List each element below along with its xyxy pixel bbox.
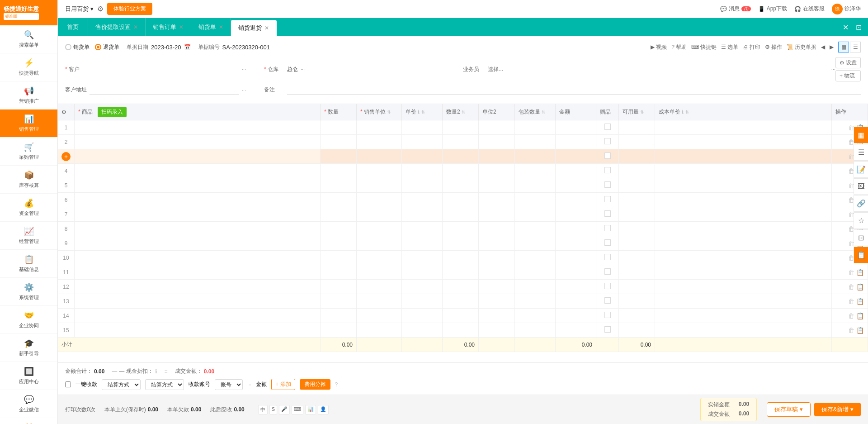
calc-method-select[interactable]: 结算方式 — [145, 379, 184, 390]
delete-icon[interactable]: 🗑 — [848, 298, 854, 305]
sidebar-item-finance[interactable]: 💰 资金管理 — [0, 194, 57, 222]
topbar-gear-icon[interactable]: ⚙ — [97, 5, 104, 13]
sidebar-item-coop[interactable]: 🤝 企业协同 — [0, 306, 57, 334]
row-3-product-input[interactable] — [78, 153, 316, 160]
radio-return[interactable]: 退货单 — [95, 43, 119, 51]
row-1-product[interactable] — [75, 120, 321, 135]
row-1-unit[interactable] — [357, 120, 402, 135]
row-1-price[interactable] — [402, 120, 443, 135]
warehouse-ellipsis[interactable]: ··· — [301, 67, 305, 72]
message-btn[interactable]: 💬 消息 70 — [720, 5, 751, 13]
taskbar-icon-6[interactable]: 👤 — [318, 405, 329, 414]
customer-input[interactable] — [88, 65, 239, 74]
tab-home[interactable]: 首页 — [58, 18, 88, 36]
salesperson-ellipsis[interactable]: ··· — [831, 67, 835, 72]
video-btn[interactable]: ▶ 视频 — [651, 43, 667, 51]
row-2-gift[interactable] — [596, 135, 619, 149]
row-2-qty2[interactable] — [443, 135, 479, 149]
radio-delivery[interactable]: 销货单 — [65, 43, 90, 51]
address-ellipsis[interactable]: ··· — [242, 87, 246, 93]
help-btn[interactable]: ? 帮助 — [671, 43, 687, 51]
qty2-sort-icon[interactable]: ⇅ — [462, 110, 465, 114]
pkgqty-sort-icon[interactable]: ⇅ — [542, 110, 545, 114]
fee-split-btn[interactable]: 费用分摊 — [300, 379, 330, 390]
row-3-available[interactable] — [619, 149, 655, 164]
save-new-btn[interactable]: 保存&新增 ▾ — [814, 403, 861, 416]
right-icon-more2[interactable]: 📋 — [854, 247, 868, 263]
unit-sort-icon[interactable]: ⇅ — [387, 110, 391, 114]
date-value[interactable]: 2023-03-20 — [151, 44, 181, 51]
table-view-btn[interactable]: ▦ — [838, 42, 849, 52]
next-btn[interactable]: ▶ — [830, 44, 834, 50]
taskbar-icon-5[interactable]: 📊 — [305, 405, 316, 414]
row-2-unit[interactable] — [357, 135, 402, 149]
remark-input[interactable] — [287, 85, 861, 95]
row-2-product[interactable] — [75, 135, 321, 149]
save-dropdown-icon[interactable]: ▾ — [850, 406, 854, 413]
row-1-available[interactable] — [619, 120, 655, 135]
row-2-available[interactable] — [619, 135, 655, 149]
sidebar-item-wechat[interactable]: 💬 企业微信 — [0, 390, 57, 418]
right-icon-table[interactable]: ▦ — [854, 127, 868, 143]
row-1-unit2[interactable] — [479, 120, 515, 135]
sidebar-item-system[interactable]: ⚙️ 系统管理 — [0, 278, 57, 306]
one-click-pay-checkbox[interactable] — [65, 381, 71, 387]
row-2-unit2[interactable] — [479, 135, 515, 149]
row-1-gift[interactable] — [596, 120, 619, 135]
sidebar-item-operation[interactable]: 📈 经营管理 — [0, 222, 57, 250]
right-icon-form[interactable]: ☰ — [854, 144, 868, 161]
save-draft-btn[interactable]: 保存草稿 ▾ — [767, 402, 811, 417]
draft-dropdown-icon[interactable]: ▾ — [800, 406, 803, 413]
app-download-btn[interactable]: 📱 App下载 — [758, 5, 787, 13]
row-3-product[interactable] — [75, 149, 321, 164]
row-1-quantity[interactable] — [321, 120, 357, 135]
row-3-unit2[interactable] — [479, 149, 515, 164]
experience-btn[interactable]: 体验行业方案 — [107, 3, 152, 15]
price-info-icon[interactable]: ℹ — [418, 109, 420, 114]
operate-btn[interactable]: ⚙ 操作 — [765, 43, 782, 51]
address-input[interactable] — [90, 85, 239, 95]
row-2-cost[interactable] — [655, 135, 832, 149]
tab-order[interactable]: 销售订单 ✕ — [146, 18, 191, 36]
tab-delivery-close[interactable]: ✕ — [219, 24, 223, 30]
row-1-amount[interactable] — [556, 120, 596, 135]
gift-checkbox-3[interactable] — [604, 152, 611, 159]
sidebar-item-purchase[interactable]: 🛒 采购管理 — [0, 138, 57, 166]
gift-checkbox-1[interactable] — [604, 124, 611, 130]
tab-return[interactable]: 销货退货 ✕ — [231, 20, 277, 36]
row-2-pkgqty[interactable] — [515, 135, 556, 149]
row-2-price[interactable] — [402, 135, 443, 149]
add-payment-btn[interactable]: + 添加 — [271, 379, 295, 390]
row-3-pkgqty[interactable] — [515, 149, 556, 164]
shortcut-btn[interactable]: ⌨ 快捷键 — [691, 43, 717, 51]
row-3-price[interactable] — [402, 149, 443, 164]
online-support-btn[interactable]: 🎧 在线客服 — [794, 5, 825, 13]
discount-info-icon[interactable]: ℹ — [155, 368, 157, 375]
history-btn[interactable]: 📜 历史单据 — [787, 43, 816, 51]
taskbar-icon-1[interactable]: 中 — [258, 405, 268, 414]
sidebar-item-member[interactable]: 👑 畅会员 — [0, 418, 57, 424]
billing-method-select[interactable]: 结算方式 — [102, 379, 141, 390]
tab-return-close[interactable]: ✕ — [264, 25, 269, 31]
tab-delivery[interactable]: 销货单 ✕ — [191, 18, 231, 36]
row-3-qty2[interactable] — [443, 149, 479, 164]
copy-icon[interactable]: 📋 — [856, 298, 864, 305]
sidebar-item-quicknav[interactable]: ⚡ 快捷导航 — [0, 53, 57, 81]
taskbar-icon-4[interactable]: ⌨ — [292, 405, 303, 414]
copy-icon[interactable]: 📋 — [856, 327, 864, 334]
right-icon-link[interactable]: 🔗 — [854, 195, 868, 212]
logistics-btn[interactable]: + 物流 — [835, 70, 861, 81]
row-3-amount[interactable] — [556, 149, 596, 164]
account-select[interactable]: 账号 — [215, 379, 243, 390]
industry-select[interactable]: 日用百货 ▾ — [65, 5, 94, 13]
sidebar-item-inventory[interactable]: 📦 库存核算 — [0, 166, 57, 194]
prev-btn[interactable]: ◀ — [821, 44, 825, 50]
row-2-amount[interactable] — [556, 135, 596, 149]
delete-icon[interactable]: 🗑 — [848, 283, 854, 291]
gift-checkbox-2[interactable] — [604, 138, 611, 144]
sidebar-item-basic[interactable]: 📋 基础信息 — [0, 250, 57, 278]
customer-ellipsis[interactable]: ··· — [242, 67, 246, 72]
tab-price[interactable]: 售价提取设置 ✕ — [88, 18, 146, 36]
copy-icon[interactable]: 📋 — [856, 283, 864, 291]
calendar-icon[interactable]: 📅 — [184, 44, 191, 50]
